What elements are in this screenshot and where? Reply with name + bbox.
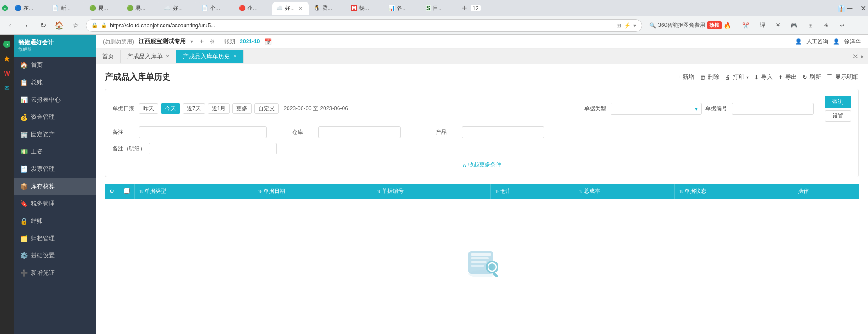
browser-app-icon[interactable]: e bbox=[2, 5, 8, 11]
close-window-button[interactable]: ✕ bbox=[860, 4, 866, 13]
display-checkbox[interactable] bbox=[827, 74, 832, 80]
date-btn-1month[interactable]: 近1月 bbox=[208, 103, 230, 114]
th-type[interactable]: ⇅ 单据类型 bbox=[135, 184, 253, 199]
tab-3[interactable]: 🟢 易... bbox=[86, 2, 122, 15]
collapse-row[interactable]: ∧ 收起更多条件 bbox=[113, 159, 851, 170]
display-toggle[interactable]: 显示明细 bbox=[827, 73, 859, 81]
sidebar-item-tax[interactable]: 🔖 税务管理 bbox=[14, 195, 96, 212]
translate-tool[interactable]: 译 bbox=[756, 19, 769, 32]
address-bar[interactable]: 🔒 🔒 https://cloud.chanjet.com/accounting… bbox=[86, 19, 642, 32]
print-button[interactable]: 🖨 打印 ▾ bbox=[725, 73, 749, 81]
sidebar-item-assets[interactable]: 🏢 固定资产 bbox=[14, 126, 96, 143]
tab-breadcrumb-home[interactable]: 首页 bbox=[96, 50, 121, 63]
icon-sidebar-star[interactable]: ★ bbox=[1, 53, 13, 65]
game-tool[interactable]: 🎮 bbox=[787, 19, 801, 32]
panel-close-button[interactable]: ✕ bbox=[853, 52, 858, 61]
minimize-button[interactable]: ─ bbox=[847, 4, 852, 13]
warehouse-more-icon[interactable]: ... bbox=[404, 128, 410, 136]
panel-more-button[interactable]: ▸ bbox=[861, 53, 864, 60]
account-add-icon[interactable]: + bbox=[200, 37, 204, 46]
sidebar-item-new-voucher[interactable]: ➕ 新增凭证 bbox=[14, 264, 96, 282]
sidebar-item-archive[interactable]: 🗂️ 归档管理 bbox=[14, 230, 96, 247]
number-filter-input[interactable] bbox=[732, 103, 814, 115]
th-status[interactable]: ⇅ 单据状态 bbox=[674, 184, 793, 199]
warehouse-filter-input[interactable] bbox=[318, 126, 401, 138]
address-dropdown[interactable]: ⊞ bbox=[616, 22, 621, 29]
tab-8[interactable]: ☁️ 好... ✕ bbox=[272, 2, 309, 15]
detail-remark-input[interactable] bbox=[149, 143, 277, 154]
refresh-nav-button[interactable]: ↻ bbox=[36, 19, 49, 32]
date-btn-custom[interactable]: 自定义 bbox=[254, 103, 279, 114]
sidebar-item-ledger[interactable]: 📋 总账 bbox=[14, 74, 96, 91]
user-avatar-icon[interactable]: 👤 bbox=[833, 38, 840, 45]
add-button[interactable]: ＋ + 新增 bbox=[670, 73, 694, 81]
sidebar-item-settings[interactable]: ⚙️ 基础设置 bbox=[14, 247, 96, 264]
tab-11[interactable]: 📊 各... bbox=[385, 2, 421, 15]
product-more-icon[interactable]: ... bbox=[548, 128, 554, 136]
tab-history[interactable]: 产成品入库单历史 ✕ bbox=[176, 50, 244, 63]
username[interactable]: 徐泽华 bbox=[844, 38, 861, 46]
type-filter-select[interactable]: ▾ bbox=[611, 103, 702, 115]
filter-settings-button[interactable]: 设置 bbox=[825, 110, 851, 122]
user-service[interactable]: 人工咨询 bbox=[806, 38, 828, 46]
th-settings[interactable]: ⚙ bbox=[105, 184, 119, 199]
new-tab-button[interactable]: + bbox=[459, 4, 470, 13]
tab-4[interactable]: 🟢 易... bbox=[123, 2, 159, 15]
date-btn-more[interactable]: 更多 bbox=[232, 103, 252, 114]
user-service-icon[interactable]: 👤 bbox=[795, 38, 802, 45]
sidebar-item-inventory[interactable]: 📦 库存核算 bbox=[14, 178, 96, 195]
sidebar-item-close[interactable]: 🔒 结账 bbox=[14, 212, 96, 230]
th-warehouse[interactable]: ⇅ 仓库 bbox=[490, 184, 574, 199]
layout-tool[interactable]: ⊞ bbox=[805, 19, 817, 32]
sidebar-item-funds[interactable]: 💰 资金管理 bbox=[14, 108, 96, 126]
undo-tool[interactable]: ↩ bbox=[836, 19, 848, 32]
tab-6[interactable]: 📄 个... bbox=[198, 2, 234, 15]
tab-history-close-icon[interactable]: ✕ bbox=[233, 53, 237, 59]
tab-10[interactable]: M 畅... bbox=[347, 2, 384, 15]
export-button[interactable]: ⬆ 导出 bbox=[778, 73, 797, 81]
tab-1[interactable]: 🔵 在... bbox=[11, 2, 47, 15]
shirt-icon[interactable]: 👔 bbox=[837, 4, 845, 13]
tab-9[interactable]: 🐧 腾... bbox=[310, 2, 346, 15]
select-all-checkbox[interactable] bbox=[124, 188, 130, 194]
product-filter-input[interactable] bbox=[462, 126, 544, 138]
address-lightning[interactable]: ⚡ bbox=[624, 22, 631, 29]
sidebar-item-invoice[interactable]: 🧾 发票管理 bbox=[14, 160, 96, 178]
back-button[interactable]: ‹ bbox=[4, 19, 16, 32]
account-settings-icon[interactable]: ⚙ bbox=[209, 38, 215, 45]
th-cost[interactable]: ⇅ 总成本 bbox=[574, 184, 674, 199]
sidebar-item-home[interactable]: 🏠 首页 bbox=[14, 57, 96, 74]
tab-8-close[interactable]: ✕ bbox=[298, 5, 303, 11]
period-calendar-icon[interactable]: 📅 bbox=[264, 38, 272, 45]
sidebar-item-salary[interactable]: 💵 工资 bbox=[14, 143, 96, 160]
th-number[interactable]: ⇅ 单据编号 bbox=[372, 184, 490, 199]
icon-sidebar-mail[interactable]: ✉ bbox=[1, 82, 13, 94]
refresh-button[interactable]: ↻ 刷新 bbox=[802, 73, 821, 81]
account-dropdown-icon[interactable]: ▾ bbox=[190, 38, 193, 45]
theme-tool[interactable]: ☀ bbox=[820, 19, 832, 32]
address-url[interactable]: https://cloud.chanjet.com/accounting/uru… bbox=[110, 22, 614, 29]
tab-list[interactable]: 产成品入库单 ✕ bbox=[121, 50, 176, 63]
tab-7[interactable]: 🔴 企... bbox=[235, 2, 272, 15]
home-nav-button[interactable]: 🏠 bbox=[53, 19, 66, 32]
import-button[interactable]: ⬇ 导入 bbox=[754, 73, 773, 81]
search-bar-360[interactable]: 🔍 360智能抠图免费用 热搜 🔥 bbox=[646, 19, 735, 32]
delete-button[interactable]: 🗑 删除 bbox=[700, 73, 719, 81]
tab-2[interactable]: 📄 新... bbox=[48, 2, 85, 15]
scissors-tool[interactable]: ✂️ bbox=[739, 19, 753, 32]
query-button[interactable]: 查询 bbox=[825, 96, 851, 108]
remark-filter-input[interactable] bbox=[139, 126, 267, 138]
column-settings-icon[interactable]: ⚙ bbox=[109, 188, 114, 195]
date-btn-yesterday[interactable]: 昨天 bbox=[139, 103, 158, 114]
th-checkbox[interactable] bbox=[119, 184, 135, 199]
tab-12[interactable]: S 目... bbox=[422, 2, 458, 15]
maximize-button[interactable]: □ bbox=[854, 4, 858, 13]
forward-button[interactable]: › bbox=[20, 19, 33, 32]
bookmark-button[interactable]: ☆ bbox=[69, 19, 82, 32]
tab-list-close-icon[interactable]: ✕ bbox=[165, 53, 169, 59]
icon-sidebar-weibo[interactable]: W bbox=[1, 67, 13, 79]
sidebar-item-report[interactable]: 📊 云报表中心 bbox=[14, 91, 96, 108]
th-date[interactable]: ⇅ 单据日期 bbox=[253, 184, 372, 199]
tab-5[interactable]: ☁️ 好... bbox=[160, 2, 197, 15]
currency-tool[interactable]: ¥ bbox=[773, 19, 783, 32]
